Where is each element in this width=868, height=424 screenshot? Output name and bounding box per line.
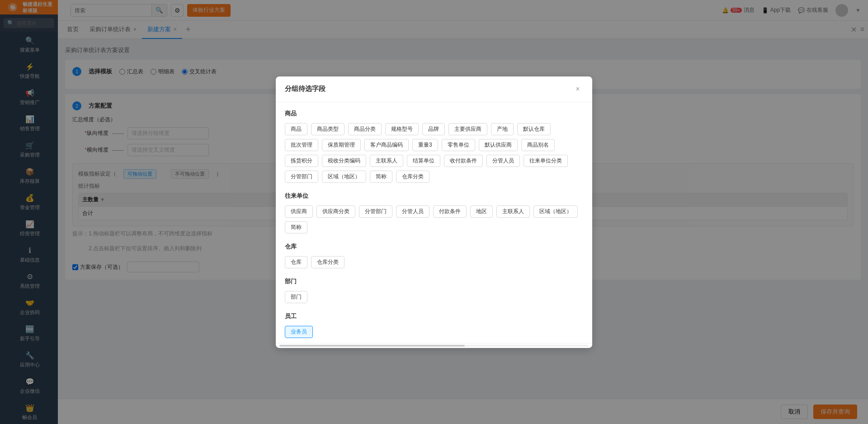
field-tag-1-8[interactable]: 简称	[285, 221, 307, 233]
field-section-部门: 部门部门	[285, 277, 583, 303]
field-tag-0-20[interactable]: 分管人员	[486, 155, 520, 167]
field-tag-2-1[interactable]: 仓库分类	[311, 256, 344, 268]
field-tag-0-14[interactable]: 商品别名	[521, 139, 555, 151]
field-section-员工: 员工业务员	[285, 312, 583, 338]
field-section-商品: 商品商品商品类型商品分类规格型号品牌主要供应商产地默认仓库批次管理保质期管理客户…	[285, 110, 583, 183]
field-tag-0-23[interactable]: 区域（地区）	[322, 171, 366, 183]
field-tag-0-7[interactable]: 默认仓库	[517, 123, 551, 135]
field-tag-1-6[interactable]: 主联系人	[496, 205, 530, 218]
field-tag-0-10[interactable]: 客户商品编码	[364, 139, 409, 151]
field-tag-1-7[interactable]: 区域（地区）	[533, 205, 578, 218]
field-section-往来单位: 往来单位供应商供应商分类分管部门分管人员付款条件地区主联系人区域（地区）简称	[285, 192, 583, 233]
field-tags-1: 供应商供应商分类分管部门分管人员付款条件地区主联系人区域（地区）简称	[285, 205, 583, 233]
modal-dialog: 分组待选字段 × 商品商品商品类型商品分类规格型号品牌主要供应商产地默认仓库批次…	[276, 76, 592, 348]
modal-horizontal-scrollbar[interactable]	[276, 343, 592, 348]
field-tag-0-21[interactable]: 往来单位分类	[524, 155, 568, 167]
field-tag-0-18[interactable]: 结算单位	[407, 155, 440, 167]
modal-header: 分组待选字段 ×	[276, 76, 592, 102]
field-section-仓库: 仓库仓库仓库分类	[285, 243, 583, 268]
field-tag-0-2[interactable]: 商品分类	[348, 123, 382, 135]
field-tag-0-13[interactable]: 默认供应商	[479, 139, 518, 151]
field-tag-0-9[interactable]: 保质期管理	[322, 139, 361, 151]
field-tag-1-3[interactable]: 分管人员	[396, 205, 429, 218]
field-tag-1-0[interactable]: 供应商	[285, 205, 313, 218]
field-tag-0-24[interactable]: 简称	[370, 171, 392, 183]
field-tag-0-4[interactable]: 品牌	[422, 123, 445, 135]
field-tag-0-5[interactable]: 主要供应商	[448, 123, 487, 135]
field-tag-0-0[interactable]: 商品	[285, 123, 307, 135]
field-tags-2: 仓库仓库分类	[285, 256, 583, 268]
field-tag-0-15[interactable]: 拣货积分	[285, 155, 318, 167]
field-tag-1-2[interactable]: 分管部门	[359, 205, 392, 218]
section-title-3: 部门	[285, 277, 583, 286]
field-tag-1-1[interactable]: 供应商分类	[316, 205, 355, 218]
modal-close-button[interactable]: ×	[572, 84, 583, 95]
field-tag-0-1[interactable]: 商品类型	[311, 123, 344, 135]
section-title-4: 员工	[285, 312, 583, 320]
field-tags-4: 业务员	[285, 326, 583, 338]
field-tag-3-0[interactable]: 部门	[285, 291, 307, 303]
field-tag-1-4[interactable]: 付款条件	[433, 205, 467, 218]
field-tag-4-0[interactable]: 业务员	[285, 326, 313, 338]
field-tag-0-12[interactable]: 零售单位	[442, 139, 475, 151]
field-tag-0-17[interactable]: 主联系人	[370, 155, 403, 167]
field-tag-0-19[interactable]: 收付款条件	[444, 155, 483, 167]
field-tags-3: 部门	[285, 291, 583, 303]
field-tag-0-8[interactable]: 批次管理	[285, 139, 318, 151]
field-tag-1-5[interactable]: 地区	[470, 205, 493, 218]
section-title-2: 仓库	[285, 243, 583, 251]
field-tag-0-11[interactable]: 重量3	[412, 139, 438, 151]
modal-overlay: 分组待选字段 × 商品商品商品类型商品分类规格型号品牌主要供应商产地默认仓库批次…	[0, 0, 868, 424]
field-tag-0-25[interactable]: 仓库分类	[396, 171, 429, 183]
modal-title: 分组待选字段	[285, 85, 326, 93]
field-tags-0: 商品商品类型商品分类规格型号品牌主要供应商产地默认仓库批次管理保质期管理客户商品…	[285, 123, 583, 183]
section-title-0: 商品	[285, 110, 583, 118]
field-tag-2-0[interactable]: 仓库	[285, 256, 307, 268]
section-title-1: 往来单位	[285, 192, 583, 200]
modal-body[interactable]: 商品商品商品类型商品分类规格型号品牌主要供应商产地默认仓库批次管理保质期管理客户…	[276, 102, 592, 343]
field-tag-0-3[interactable]: 规格型号	[385, 123, 419, 135]
field-tag-0-6[interactable]: 产地	[491, 123, 514, 135]
field-tag-0-16[interactable]: 税收分类编码	[322, 155, 366, 167]
field-tag-0-22[interactable]: 分管部门	[285, 171, 318, 183]
